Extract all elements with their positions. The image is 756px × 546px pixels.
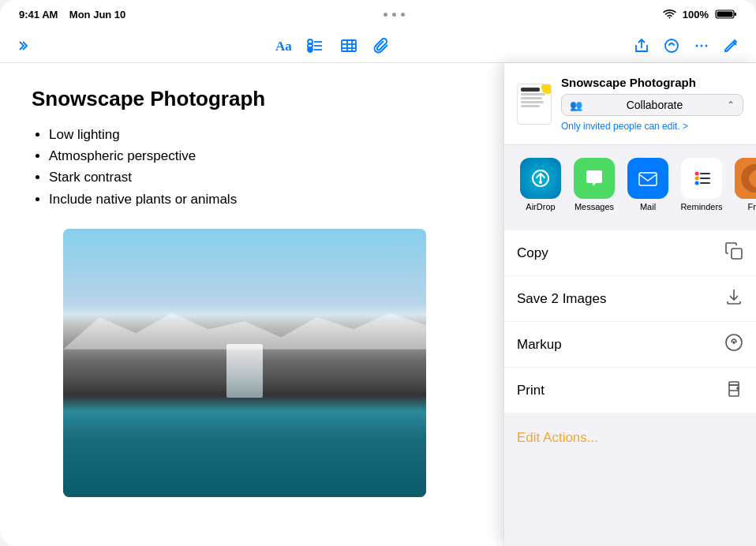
share-app-reminders[interactable]: Reminders: [678, 158, 725, 211]
table-icon[interactable]: [340, 38, 357, 54]
status-bar: 9:41 AM Mon Jun 10 100%: [0, 0, 756, 28]
thumbnail-yellow-dot: [541, 84, 552, 94]
share-app-airdrop[interactable]: AirDrop: [517, 158, 564, 211]
print-action[interactable]: Print: [504, 368, 756, 413]
thumbnail-line-3: [521, 97, 542, 99]
svg-rect-1: [735, 13, 737, 16]
collaborate-people-icon: 👥: [570, 99, 582, 111]
messages-icon: [574, 158, 615, 199]
thumbnail-line-2: [521, 93, 545, 95]
reminders-label: Reminders: [680, 202, 722, 211]
svg-rect-33: [729, 391, 739, 396]
status-right: 100%: [663, 9, 737, 21]
battery-icon: [715, 9, 737, 20]
landscape-scene: [63, 229, 426, 497]
share-button[interactable]: [633, 38, 650, 54]
svg-point-32: [733, 342, 735, 343]
compose-icon[interactable]: [723, 38, 740, 54]
save-icon: [724, 287, 743, 310]
toolbar: Aa: [0, 28, 756, 63]
airdrop-label: AirDrop: [526, 202, 555, 211]
note-image: [63, 229, 426, 497]
ipad-frame: 9:41 AM Mon Jun 10 100%: [0, 0, 756, 546]
edit-actions-button[interactable]: Edit Actions...: [517, 430, 598, 445]
share-apps-row: AirDrop Messages: [504, 145, 756, 224]
svg-point-18: [705, 44, 708, 47]
svg-rect-30: [732, 249, 742, 259]
toolbar-center: Aa: [274, 38, 391, 54]
mail-icon: [627, 158, 668, 199]
collaborate-chevron-icon: ⌃: [727, 99, 735, 110]
markup-label: Markup: [517, 337, 562, 353]
reminders-icon: [681, 158, 722, 199]
toolbar-right: [633, 38, 740, 54]
share-actions: Copy Save 2 Images: [504, 230, 756, 413]
main-content: Snowscape Photograph Low lighting Atmosp…: [0, 63, 756, 546]
svg-point-20: [539, 181, 542, 184]
collaborate-label: Collaborate: [587, 99, 722, 111]
format-text-icon[interactable]: Aa: [274, 38, 291, 54]
status-time: 9:41 AM Mon Jun 10: [19, 9, 125, 21]
invited-link[interactable]: >: [683, 121, 688, 132]
share-panel: Snowscape Photograph 👥 Collaborate ⌃ Onl…: [503, 63, 756, 546]
battery-display: 100%: [683, 9, 709, 21]
thumbnail-line-1: [521, 88, 540, 92]
time-display: 9:41 AM: [19, 9, 58, 21]
mail-label: Mail: [640, 202, 656, 211]
collaborate-button[interactable]: 👥 Collaborate ⌃: [561, 94, 743, 116]
markup-icon: [724, 333, 743, 356]
svg-point-23: [695, 177, 699, 181]
svg-point-34: [737, 387, 739, 389]
markup-action[interactable]: Markup: [504, 322, 756, 368]
share-note-title: Snowscape Photograph: [561, 76, 743, 89]
svg-rect-21: [639, 173, 657, 185]
collapse-icon[interactable]: [16, 38, 32, 54]
thumbnail-line-4: [521, 101, 544, 103]
print-icon: [724, 379, 743, 402]
save-images-action[interactable]: Save 2 Images: [504, 276, 756, 322]
wifi-icon: [663, 9, 676, 20]
share-header-info: Snowscape Photograph 👥 Collaborate ⌃ Onl…: [561, 76, 743, 132]
share-header: Snowscape Photograph 👥 Collaborate ⌃ Onl…: [504, 63, 756, 145]
toolbar-left: [16, 38, 32, 54]
messages-label: Messages: [574, 202, 614, 211]
airdrop-icon: [520, 158, 561, 199]
copy-label: Copy: [517, 245, 548, 261]
markup-toolbar-icon[interactable]: [663, 38, 680, 54]
svg-text:Aa: Aa: [275, 39, 291, 54]
more-toolbar-icon[interactable]: [693, 38, 710, 54]
share-only-text: Only invited people can edit. >: [561, 121, 743, 132]
edit-actions-section: Edit Actions...: [504, 419, 756, 457]
svg-point-17: [701, 44, 703, 47]
svg-point-22: [695, 172, 699, 176]
date-display: Mon Jun 10: [69, 9, 126, 21]
more-app-icon: [735, 158, 756, 199]
save-images-label: Save 2 Images: [517, 291, 606, 307]
share-app-messages[interactable]: Messages: [571, 158, 618, 211]
svg-point-6: [308, 47, 313, 52]
share-app-mail[interactable]: Mail: [624, 158, 672, 211]
svg-point-16: [696, 44, 698, 47]
svg-point-15: [665, 39, 678, 52]
svg-rect-10: [342, 40, 356, 51]
copy-action[interactable]: Copy: [504, 230, 756, 276]
attach-icon[interactable]: [373, 38, 391, 54]
svg-rect-2: [717, 12, 733, 17]
share-app-more[interactable]: Fr...: [732, 158, 756, 211]
svg-point-24: [695, 181, 699, 185]
print-label: Print: [517, 383, 545, 398]
status-center-dots: [384, 13, 405, 17]
note-thumbnail: [517, 84, 552, 125]
copy-icon: [724, 241, 743, 264]
more-app-label: Fr...: [748, 202, 756, 211]
checklist-icon[interactable]: [307, 38, 324, 54]
thumbnail-line-5: [521, 105, 540, 107]
